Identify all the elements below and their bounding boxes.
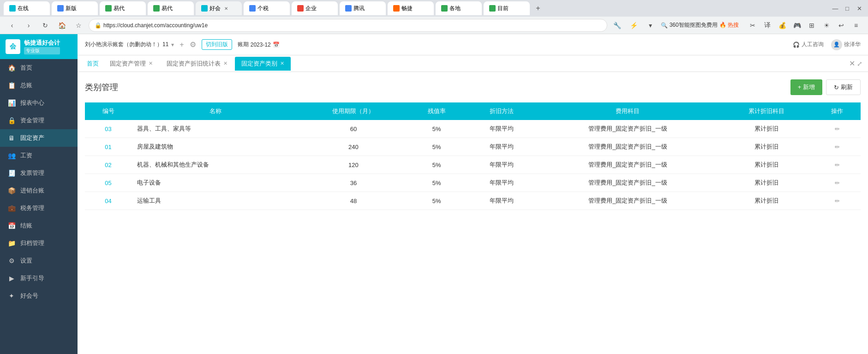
sidebar-item-funds[interactable]: 🔒 资金管理 — [0, 112, 78, 129]
back-button[interactable]: ‹ — [6, 19, 18, 32]
edit-icon-2[interactable]: ✏ — [835, 162, 840, 168]
sun-icon[interactable]: ☀ — [820, 19, 833, 32]
table-container: 编号 名称 使用期限（月） 残值率 折旧方法 费用科目 累计折旧科目 操作 — [85, 102, 861, 210]
period-label: 账期 — [238, 41, 249, 48]
tab-close-haohui[interactable]: ✕ — [224, 6, 228, 11]
tab-xinban[interactable]: 新版 — [52, 1, 98, 15]
cell-action-0[interactable]: ✏ — [814, 120, 861, 138]
sidebar-item-purchase[interactable]: 📦 进销台账 — [0, 182, 78, 199]
col-header-code: 编号 — [85, 102, 132, 120]
search-area[interactable]: 🔍 360智能抠图免费用 🔥 热搜 — [661, 21, 739, 29]
forward-button[interactable]: › — [22, 19, 35, 32]
cell-period-2: 120 — [300, 156, 407, 174]
sidebar-item-tax[interactable]: 💼 税务管理 — [0, 199, 78, 217]
cell-action-3[interactable]: ✏ — [814, 174, 861, 192]
cell-action-4[interactable]: ✏ — [814, 192, 861, 210]
switch-version-button[interactable]: 切到旧版 — [202, 39, 232, 50]
sidebar-item-payroll[interactable]: 👥 工资 — [0, 147, 78, 164]
url-bar[interactable]: 🔒 https://cloud.chanjet.com/accounting/u… — [89, 19, 607, 32]
tab-yidai2[interactable]: 易代 — [148, 1, 194, 15]
undo-icon[interactable]: ↩ — [835, 19, 848, 32]
tab-icon-tengxun — [345, 5, 352, 12]
reports-icon: 📊 — [7, 99, 16, 107]
cell-expense-1: 管理费用_固定资产折旧_一级 — [537, 138, 719, 156]
tab-icon-zaixin — [9, 5, 16, 12]
edit-icon-3[interactable]: ✏ — [835, 180, 840, 186]
home-button[interactable]: 🏠 — [55, 19, 68, 32]
sidebar-item-settings[interactable]: ⚙ 设置 — [0, 252, 78, 270]
tab-qiye[interactable]: 企业 — [292, 1, 338, 15]
user-profile[interactable]: 👤 徐泽华 — [831, 39, 861, 50]
settings-gear-icon[interactable]: ⚙ — [190, 40, 196, 49]
tab-muqian[interactable]: 目前 — [484, 1, 530, 15]
top-bar: 刘小艳演示账套（勿删勿动！）11 ▾ + ⚙ 切到旧版 账期 2023-12 📅… — [78, 34, 868, 55]
edit-icon-0[interactable]: ✏ — [835, 126, 840, 132]
menu-button[interactable]: ≡ — [850, 19, 862, 32]
sidebar-item-home[interactable]: 🏠 首页 — [0, 59, 78, 77]
tab-yidai1[interactable]: 易代 — [100, 1, 146, 15]
sidebar-item-haohuhao[interactable]: ✦ 好会号 — [0, 287, 78, 305]
refresh-button[interactable]: ↻ 刷新 — [826, 79, 861, 95]
tab-close-fixed-assets[interactable]: ✕ — [149, 60, 153, 66]
cell-action-2[interactable]: ✏ — [814, 156, 861, 174]
sidebar-item-guide[interactable]: ▶ 新手引导 — [0, 270, 78, 287]
tab-tengxun[interactable]: 腾讯 — [340, 1, 386, 15]
new-tab-button[interactable]: + — [532, 2, 545, 15]
cell-code-3: 05 — [85, 174, 132, 192]
extensions-button[interactable]: 🔧 — [611, 19, 624, 32]
tab-icon-qiye — [297, 5, 304, 12]
dropdown-button[interactable]: ▾ — [644, 19, 657, 32]
tab-asset-category[interactable]: 固定资产类别 ✕ — [235, 57, 291, 71]
expand-inner-window[interactable]: ⤢ — [857, 60, 862, 67]
edit-icon-4[interactable]: ✏ — [835, 198, 840, 204]
translate-icon[interactable]: 译 — [761, 19, 774, 32]
close-inner-window[interactable]: ✕ — [849, 59, 855, 68]
cell-acc-dep-0: 累计折旧 — [718, 120, 814, 138]
tab-gedi[interactable]: 各地 — [436, 1, 482, 15]
sidebar-item-reports[interactable]: 📊 报表中心 — [0, 94, 78, 112]
grid-icon[interactable]: ⊞ — [805, 19, 818, 32]
cell-residual-1: 5% — [407, 138, 466, 156]
support-button[interactable]: 🎧 人工咨询 — [793, 41, 824, 48]
add-button[interactable]: + 新增 — [790, 79, 822, 95]
tab-home-link[interactable]: 首页 — [83, 57, 102, 71]
cell-action-1[interactable]: ✏ — [814, 138, 861, 156]
sidebar-item-invoice[interactable]: 🧾 发票管理 — [0, 164, 78, 182]
sidebar: 会 畅捷通好会计 专业版 🏠 首页 📋 总账 📊 报表中心 🔒 资金管理 — [0, 34, 78, 354]
calendar-icon[interactable]: 📅 — [273, 42, 280, 48]
refresh-nav-button[interactable]: ↻ — [39, 19, 52, 32]
tab-close-depreciation[interactable]: ✕ — [223, 60, 227, 66]
maximize-button[interactable]: □ — [842, 3, 852, 13]
tab-geshui[interactable]: 个税 — [244, 1, 290, 15]
guide-icon: ▶ — [7, 274, 16, 282]
cell-method-0: 年限平均 — [466, 120, 537, 138]
sidebar-item-fixed-assets[interactable]: 🖥 固定资产 — [0, 129, 78, 147]
refresh-label: 刷新 — [841, 83, 853, 91]
sidebar-item-fixed-assets-label: 固定资产 — [20, 134, 44, 142]
tab-close-category[interactable]: ✕ — [280, 60, 284, 66]
edit-icon-1[interactable]: ✏ — [835, 144, 840, 150]
dropdown-arrow[interactable]: ▾ — [171, 42, 174, 48]
lightning-button[interactable]: ⚡ — [628, 19, 641, 32]
sidebar-item-closing[interactable]: 📅 结账 — [0, 217, 78, 234]
tab-label-muqian: 目前 — [497, 5, 509, 12]
tab-zaixin[interactable]: 在线 — [4, 1, 50, 15]
tab-fixed-assets-management[interactable]: 固定资产管理 ✕ — [103, 57, 159, 71]
bookmark-button[interactable]: ☆ — [72, 19, 85, 32]
tab-depreciation-table[interactable]: 固定资产折旧统计表 ✕ — [160, 57, 234, 71]
logo-icon: 会 — [6, 39, 20, 54]
wallet-icon[interactable]: 💰 — [776, 19, 789, 32]
sidebar-item-ledger[interactable]: 📋 总账 — [0, 77, 78, 94]
cell-residual-4: 5% — [407, 192, 466, 210]
minimize-button[interactable]: — — [830, 3, 840, 13]
close-button[interactable]: ✕ — [854, 3, 864, 13]
cell-expense-4: 管理费用_固定资产折旧_一级 — [537, 192, 719, 210]
tab-changjie[interactable]: 畅捷 — [388, 1, 434, 15]
tab-haohui[interactable]: 好会 ✕ — [196, 1, 242, 15]
table-row: 03 器具、工具、家具等 60 5% 年限平均 管理费用_固定资产折旧_一级 累… — [85, 120, 861, 138]
table-row: 04 运输工具 48 5% 年限平均 管理费用_固定资产折旧_一级 累计折旧 ✏ — [85, 192, 861, 210]
sidebar-item-archive[interactable]: 📁 归档管理 — [0, 234, 78, 252]
game-icon[interactable]: 🎮 — [790, 19, 803, 32]
scissors-icon[interactable]: ✂ — [746, 19, 759, 32]
add-account-button[interactable]: + — [180, 41, 184, 49]
